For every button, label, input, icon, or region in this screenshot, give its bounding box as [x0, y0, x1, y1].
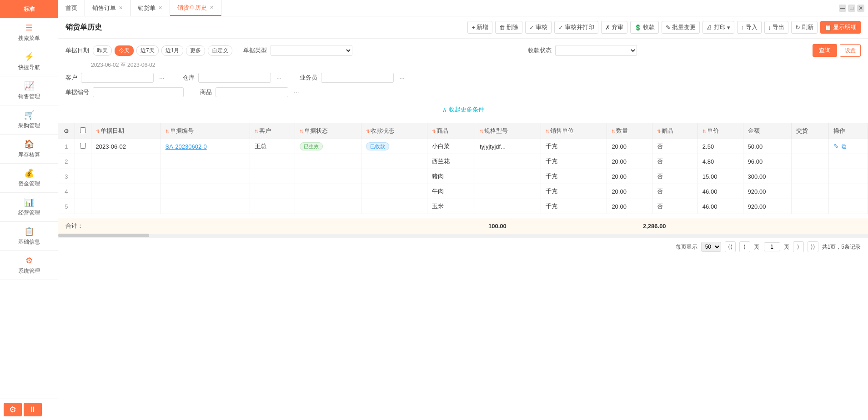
audit-button[interactable]: ✓ 审核	[525, 21, 552, 34]
sidebar-item-system-mgmt[interactable]: ⚙ 系统管理	[0, 251, 58, 280]
sidebar-item-search-menu[interactable]: ☰ 搜索菜单	[0, 18, 58, 47]
cell-checkbox[interactable]	[75, 184, 91, 199]
date-chip-more[interactable]: 更多	[186, 45, 205, 56]
voucher-type-select[interactable]	[271, 45, 352, 56]
date-filter-chips: 昨天 今天 近7天 近1月 更多 自定义	[93, 45, 232, 56]
col-voucher-status[interactable]: ⇅单据状态	[295, 123, 361, 139]
tab-sales-goods-close[interactable]: ✕	[158, 5, 162, 11]
col-spec[interactable]: ⇅规格型号	[475, 123, 541, 139]
cell-checkbox[interactable]	[75, 139, 91, 154]
copy-action-btn[interactable]: ⧉	[842, 143, 846, 150]
col-payment-status[interactable]: ⇅收款状态	[361, 123, 427, 139]
salesperson-dots[interactable]: ···	[397, 73, 406, 82]
tab-sales-goods-history[interactable]: 销货单历史 ✕	[170, 0, 221, 16]
query-button[interactable]: 查询	[813, 44, 837, 57]
batch-change-button[interactable]: ✎ 批量变更	[662, 21, 700, 34]
payment-status-badge: 已收款	[366, 142, 389, 150]
date-chip-custom[interactable]: 自定义	[208, 45, 232, 56]
cell-checkbox[interactable]	[75, 169, 91, 184]
product-dots[interactable]: ···	[292, 88, 301, 97]
col-unit-price[interactable]: ⇅单价	[697, 123, 743, 139]
tab-sales-order[interactable]: 销售订单 ✕	[85, 0, 130, 16]
col-date[interactable]: ⇅单据日期	[91, 123, 161, 139]
sidebar-collapse-btn[interactable]: ⏸	[24, 403, 42, 416]
page-last-btn[interactable]: ⟩⟩	[808, 241, 818, 252]
col-quantity[interactable]: ⇅数量	[607, 123, 652, 139]
per-page-select[interactable]: 50	[701, 242, 721, 252]
sidebar-settings-btn[interactable]: ⚙	[4, 403, 22, 416]
action-btns: ✎ ⧉	[833, 143, 863, 150]
page-of-label: 页	[784, 243, 789, 251]
delete-button[interactable]: 🗑 删除	[495, 21, 522, 34]
voucher-no-link[interactable]: SA-20230602-0	[166, 143, 207, 150]
product-input[interactable]	[216, 87, 288, 97]
col-settings[interactable]: ⚙	[58, 123, 75, 139]
warehouse-dots[interactable]: ···	[275, 73, 284, 82]
date-chip-1month[interactable]: 近1月	[161, 45, 184, 56]
page-number-input[interactable]	[764, 242, 780, 251]
export-button[interactable]: ↓ 导出	[764, 21, 789, 34]
col-spec-label: 规格型号	[484, 127, 508, 134]
audit-print-button[interactable]: ✓ 审核并打印	[554, 21, 598, 34]
col-unit[interactable]: ⇅销售单位	[541, 123, 607, 139]
payment-status-select[interactable]	[555, 45, 637, 56]
sidebar-item-finance-mgmt[interactable]: 💰 资金管理	[0, 164, 58, 193]
window-minimize-btn[interactable]: —	[839, 5, 846, 12]
col-transaction-label: 交货	[796, 127, 808, 134]
sidebar-item-purchase-mgmt[interactable]: 🛒 采购管理	[0, 105, 58, 135]
cell-spec	[475, 184, 541, 199]
row-checkbox[interactable]	[80, 143, 86, 149]
sidebar-item-quick-nav[interactable]: ⚡ 快捷导航	[0, 47, 58, 76]
sidebar-item-operations-mgmt[interactable]: 📊 经营管理	[0, 193, 58, 222]
tab-sales-goods[interactable]: 销货单 ✕	[130, 0, 170, 16]
refresh-button[interactable]: ↻ 刷新	[791, 21, 818, 34]
sidebar: 标准 ☰ 搜索菜单 ⚡ 快捷导航 📈 销售管理 🛒 采购管理 🏠 库存核算 💰 …	[0, 0, 58, 420]
page-first-btn[interactable]: ⟨⟨	[725, 241, 736, 252]
col-customer[interactable]: ⇅客户	[250, 123, 295, 139]
sidebar-item-sales-mgmt[interactable]: 📈 销售管理	[0, 76, 58, 105]
collect-button[interactable]: 💲 收款	[630, 21, 659, 34]
page-next-btn[interactable]: ⟩	[793, 241, 804, 252]
date-chip-today[interactable]: 今天	[115, 45, 134, 56]
date-chip-yesterday[interactable]: 昨天	[93, 45, 112, 56]
warehouse-input[interactable]	[198, 73, 271, 83]
collapse-button[interactable]: ∧ 收起更多条件	[65, 104, 861, 115]
cell-gift: 否	[652, 169, 698, 184]
col-checkbox[interactable]	[75, 123, 91, 139]
col-product[interactable]: ⇅商品	[427, 123, 475, 139]
sidebar-item-label: 资金管理	[18, 180, 40, 188]
tab-sales-order-close[interactable]: ✕	[119, 5, 123, 11]
cell-no[interactable]: SA-20230602-0	[161, 139, 250, 154]
col-no[interactable]: ⇅单据编号	[161, 123, 250, 139]
col-gift[interactable]: ⇅赠品	[652, 123, 698, 139]
tab-sales-goods-history-close[interactable]: ✕	[210, 5, 214, 10]
add-button[interactable]: + 新增	[467, 21, 492, 34]
horizontal-scrollbar[interactable]	[58, 234, 868, 237]
scrollbar-thumb[interactable]	[58, 234, 149, 237]
cell-unit-price: 2.50	[697, 139, 743, 154]
window-close-btn[interactable]: ✕	[857, 5, 864, 12]
customer-input[interactable]	[81, 73, 154, 83]
salesperson-input[interactable]	[321, 73, 394, 83]
col-voucher-status-label: 单据状态	[304, 127, 328, 134]
show-detail-button[interactable]: 📋 显示明细	[820, 21, 861, 34]
print-button[interactable]: 🖨 打印 ▾	[702, 21, 734, 34]
select-all-checkbox[interactable]	[80, 127, 86, 133]
cell-date	[91, 169, 161, 184]
cell-unit: 千克	[541, 139, 607, 154]
cell-checkbox[interactable]	[75, 154, 91, 169]
voucher-no-input[interactable]	[93, 87, 184, 97]
import-button[interactable]: ↑ 导入	[737, 21, 762, 34]
sidebar-item-basic-info[interactable]: 📋 基础信息	[0, 222, 58, 251]
cell-checkbox[interactable]	[75, 199, 91, 214]
sidebar-item-inventory-calc[interactable]: 🏠 库存核算	[0, 135, 58, 164]
edit-action-btn[interactable]: ✎	[833, 143, 839, 150]
page-prev-btn[interactable]: ⟨	[739, 241, 750, 252]
tab-home[interactable]: 首页	[58, 0, 85, 16]
customer-dots[interactable]: ···	[157, 73, 166, 82]
date-chip-7days[interactable]: 近7天	[136, 45, 159, 56]
tab-bar: 首页 销售订单 ✕ 销货单 ✕ 销货单历史 ✕ — □ ✕	[58, 0, 868, 16]
window-maximize-btn[interactable]: □	[848, 5, 855, 12]
abandon-button[interactable]: ✗ 弃审	[601, 21, 627, 34]
settings-button[interactable]: 设置	[840, 44, 861, 57]
